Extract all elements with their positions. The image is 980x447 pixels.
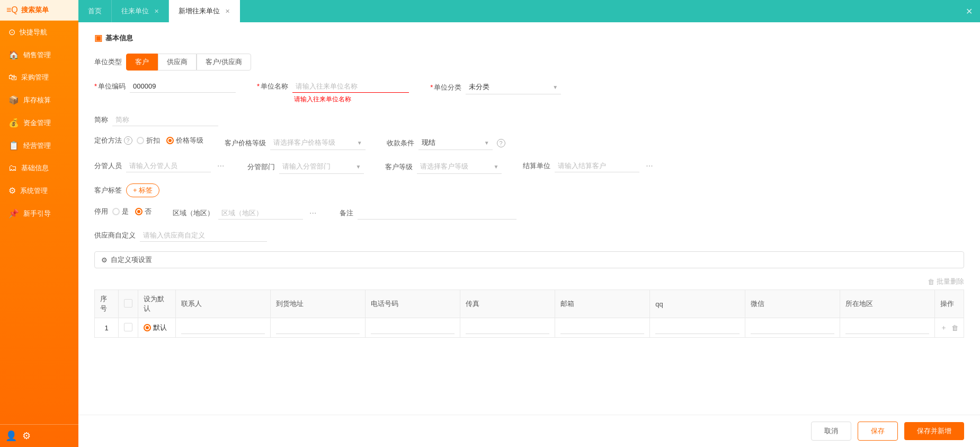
- row-qq: [650, 318, 745, 338]
- batch-delete-button[interactable]: 🗑 批量删除: [94, 277, 964, 286]
- abbr-input[interactable]: [112, 113, 218, 126]
- sidebar-item-purchase[interactable]: 🛍 采购管理: [0, 66, 78, 89]
- custom-settings-label: 自定义项设置: [111, 255, 152, 265]
- settlement-input[interactable]: [555, 160, 639, 172]
- pricing-radio-level[interactable]: 价格等级: [166, 136, 203, 145]
- save-new-button[interactable]: 保存并新增: [904, 422, 964, 440]
- form-content: ▣ 基本信息 单位类型 客户 供应商 客户/供应商 *单位编码 *单位: [78, 22, 980, 415]
- row-check: [119, 318, 138, 338]
- sidebar-item-system[interactable]: ⚙ 系统管理: [0, 179, 78, 202]
- purchase-icon: 🛍: [8, 73, 17, 82]
- sidebar-item-inventory[interactable]: 📦 库存核算: [0, 89, 78, 111]
- payment-help-icon[interactable]: ?: [497, 139, 505, 147]
- row-checkbox[interactable]: [124, 323, 132, 331]
- btn-supplier[interactable]: 供应商: [158, 54, 197, 71]
- user-icon[interactable]: 👤: [5, 430, 17, 442]
- disabled-no-radio[interactable]: 否: [135, 207, 152, 216]
- customer-level-select[interactable]: 请选择客户等级 ▼: [417, 160, 502, 174]
- row-fax-input[interactable]: [466, 321, 549, 334]
- sidebar-item-finance[interactable]: 💰 资金管理: [0, 111, 78, 134]
- row-delete-btn[interactable]: 🗑: [951, 324, 958, 332]
- col-check: [119, 290, 138, 318]
- row-add-btn[interactable]: ＋: [940, 323, 947, 332]
- col-seq: 序号: [95, 290, 119, 318]
- customer-price-level-label: 客户价格等级: [225, 138, 266, 148]
- manager-input[interactable]: [126, 160, 211, 172]
- region-input[interactable]: [218, 207, 303, 220]
- tab-new-partner[interactable]: 新增往来单位 ✕: [169, 0, 240, 22]
- sidebar-item-base-label: 基础信息: [21, 163, 49, 173]
- btn-customer[interactable]: 客户: [126, 54, 158, 71]
- batch-delete-icon: 🗑: [928, 278, 934, 286]
- customer-level-label: 客户等级: [385, 162, 413, 172]
- table-header-row: 序号 设为默认 联系人 到货地址 电话号码 传真 邮箱 qq 微信 所在地区 操…: [95, 290, 964, 318]
- tab-partners[interactable]: 往来单位 ✕: [112, 0, 169, 22]
- unit-info-row: *单位编码 *单位名称 请输入往来单位名称 *单位分类 未分类 ▼: [94, 80, 964, 104]
- dept-group: 分管部门 请输入分管部门 ▼: [247, 160, 364, 174]
- col-phone: 电话号码: [365, 290, 460, 318]
- sidebar-item-sales[interactable]: 🏠 销售管理: [0, 43, 78, 66]
- unit-name-input[interactable]: [292, 80, 409, 93]
- row-email-input[interactable]: [560, 321, 644, 334]
- dept-label: 分管部门: [247, 162, 275, 172]
- remark-input[interactable]: [358, 207, 516, 220]
- customer-level-placeholder: 请选择客户等级: [420, 162, 468, 171]
- cancel-button[interactable]: 取消: [811, 422, 851, 441]
- row-default-radio[interactable]: 默认: [144, 323, 170, 332]
- finance-icon: 💰: [8, 118, 19, 128]
- manager-dots[interactable]: ···: [215, 161, 226, 171]
- remark-label: 备注: [340, 208, 353, 218]
- sidebar-item-operation[interactable]: 📋 经营管理: [0, 134, 78, 157]
- unit-category-select[interactable]: 未分类 ▼: [466, 80, 561, 94]
- manager-group: 分管人员 ···: [94, 160, 226, 172]
- abbr-row: 简称: [94, 113, 964, 126]
- row-address-input[interactable]: [276, 321, 360, 334]
- btn-both[interactable]: 客户/供应商: [197, 54, 251, 71]
- disabled-row: 停用 是 否 区域（地区） ··· 备注: [94, 207, 964, 220]
- row-action-buttons: ＋ 🗑: [940, 323, 958, 332]
- search-menu[interactable]: ≡Q 搜索菜单: [0, 0, 78, 21]
- unit-code-input[interactable]: [130, 80, 236, 93]
- settings-bottom-icon[interactable]: ⚙: [22, 430, 31, 442]
- unit-category-value: 未分类: [469, 82, 489, 92]
- col-email: 邮箱: [555, 290, 650, 318]
- dept-placeholder: 请输入分管部门: [282, 162, 331, 171]
- sidebar-item-inventory-label: 库存核算: [23, 95, 51, 105]
- supplier-custom-input[interactable]: [140, 229, 267, 242]
- sidebar-item-operation-label: 经营管理: [23, 141, 51, 151]
- save-button[interactable]: 保存: [858, 422, 898, 441]
- disabled-label: 停用: [94, 207, 108, 216]
- disabled-yes-radio[interactable]: 是: [112, 207, 129, 216]
- pricing-radio-group: 折扣 价格等级: [137, 136, 203, 145]
- row-region-input[interactable]: [845, 321, 929, 334]
- tab-home[interactable]: 首页: [78, 0, 112, 22]
- pricing-radio-discount[interactable]: 折扣: [137, 136, 160, 145]
- settlement-dots[interactable]: ···: [644, 161, 655, 171]
- table-row: 1 默认: [95, 318, 964, 338]
- custom-settings-button[interactable]: ⚙ 自定义项设置: [94, 251, 964, 268]
- header-checkbox[interactable]: [124, 299, 132, 308]
- row-wechat-input[interactable]: [751, 321, 834, 334]
- customer-price-level-select[interactable]: 请选择客户价格等级 ▼: [270, 136, 366, 150]
- tab-partners-close[interactable]: ✕: [154, 8, 159, 15]
- row-phone-input[interactable]: [371, 321, 455, 334]
- region-dots[interactable]: ···: [307, 208, 318, 218]
- operation-icon: 📋: [8, 141, 19, 151]
- payment-select[interactable]: 现结 ▼: [418, 136, 493, 150]
- pricing-help-icon[interactable]: ?: [124, 136, 132, 145]
- row-contact-input[interactable]: [181, 321, 265, 334]
- disabled-group: 停用 是 否: [94, 207, 152, 216]
- sidebar-item-quick-nav[interactable]: ⊙ 快捷导航: [0, 21, 78, 43]
- sidebar-item-guide[interactable]: 📌 新手引导: [0, 202, 78, 225]
- remark-group: 备注: [340, 207, 516, 220]
- batch-delete-label: 批量删除: [937, 277, 964, 286]
- col-region: 所在地区: [840, 290, 934, 318]
- tab-bar-global-close[interactable]: ✕: [966, 6, 973, 16]
- dept-select[interactable]: 请输入分管部门 ▼: [279, 160, 364, 174]
- guide-icon: 📌: [8, 208, 19, 218]
- sidebar-item-base[interactable]: 🗂 基础信息: [0, 157, 78, 179]
- row-qq-input[interactable]: [655, 321, 739, 334]
- tag-add-button[interactable]: + 标签: [126, 183, 159, 197]
- region-label: 区域（地区）: [173, 208, 214, 218]
- tab-new-partner-close[interactable]: ✕: [225, 8, 230, 15]
